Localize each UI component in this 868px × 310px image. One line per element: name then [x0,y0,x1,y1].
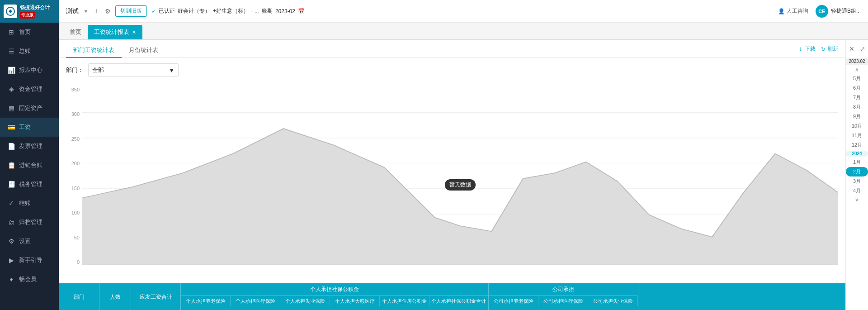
th-total-salary: 应发工资合计 [131,283,181,310]
sidebar-label-checkout: 结账 [19,199,31,207]
sidebar-item-ledger[interactable]: ☰ 总账 [0,42,59,61]
download-button[interactable]: ⤓ 下载 [798,45,816,53]
y-label-50: 50 [74,235,80,240]
period-label: 账期 [262,7,273,15]
topbar-status: ✓ 已认证 好会计（专） +好生意（标） +... 账期 2023-02 📅 [151,7,305,15]
tab-home[interactable]: 首页 [63,25,88,39]
table-header: 部门 人数 应发工资合计 个人承担社保公积金 个人承担养老保险 个人承担医疗保险 [59,283,845,310]
tab-salary-label: 工资统计报表 [94,28,129,36]
date-down-button[interactable]: ∨ [854,196,860,204]
sidebar-item-salary[interactable]: 💳 工资 [0,118,59,137]
panel-expand-button[interactable]: ⤢ [858,43,867,54]
panel-close-button[interactable]: ✕ [847,43,856,54]
topbar-add-button[interactable]: ＋ [93,6,100,16]
sidebar-item-assets[interactable]: ▦ 固定资产 [0,99,59,118]
date-month-8[interactable]: 8月 [846,102,868,112]
dept-select-value: 全部 [92,66,104,74]
sidebar-label-settings: 设置 [19,237,31,245]
ledger-icon: ☰ [7,48,15,55]
th-personal-unemployment: 个人承担失业保险 [280,296,330,306]
sidebar-item-invoice[interactable]: 📄 发票管理 [0,137,59,156]
calendar-icon[interactable]: 📅 [298,8,305,14]
th-group-personal-subs: 个人承担养老保险 个人承担医疗保险 个人承担失业保险 个人承担大额医疗 个人承担… [181,296,488,306]
current-year-label[interactable]: 2023.02 [846,58,868,65]
subtab-monthly[interactable]: 月份统计表 [122,43,165,58]
assets-icon: ▦ [7,105,15,112]
dept-select[interactable]: 全部 ▼ [88,63,179,77]
tab-salary-report[interactable]: 工资统计报表 ✕ [88,25,142,39]
user-avatar: CE [816,5,828,18]
date-month-6[interactable]: 6月 [846,83,868,93]
subtab-dept[interactable]: 部门工资统计表 [66,43,122,58]
sidebar-label-home: 首页 [19,28,31,36]
sidebar-label-sales: 进销台账 [19,161,42,169]
sidebar-item-sales[interactable]: 📋 进销台账 [0,156,59,175]
accounting-label: 好会计（专） [178,7,210,15]
user-menu[interactable]: CE 轻捷通B组... [816,5,861,18]
vip-icon: ♦ [7,276,15,283]
date-month-7[interactable]: 7月 [846,93,868,102]
tab-close-icon[interactable]: ✕ [132,29,136,35]
sales-icon: 📋 [7,162,15,169]
date-month-11[interactable]: 11月 [846,131,868,140]
switch-version-button[interactable]: 切到旧版 [115,5,147,17]
refresh-button[interactable]: ↻ 刷新 [821,45,838,53]
sidebar-nav: ⊞ 首页 ☰ 总账 📊 报表中心 ◈ 资金管理 ▦ 固定资产 💳 工资 📄 发票… [0,23,59,310]
funds-icon: ◈ [7,86,15,93]
sidebar-item-vip[interactable]: ♦ 畅会员 [0,270,59,289]
help-button[interactable]: 👤 人工咨询 [778,7,808,15]
more-label: +... [251,8,259,14]
y-label-100: 100 [71,210,80,215]
topbar-title: 测试 [66,7,79,15]
date-month-4-2024[interactable]: 4月 [846,186,868,196]
sidebar-item-guide[interactable]: ▶ 新手引导 [0,251,59,270]
y-label-300: 300 [71,111,80,117]
archive-icon: 🗂 [7,219,15,226]
app-name: 畅捷通好会计 [20,4,50,11]
sidebar-item-archive[interactable]: 🗂 归档管理 [0,213,59,232]
chart-wrap: 350 300 250 200 150 100 50 0 [66,87,838,278]
date-up-button[interactable]: ∧ [854,66,860,74]
help-icon: 👤 [778,8,785,14]
topbar-settings-icon[interactable]: ⚙ [105,8,111,15]
sidebar-label-salary: 工资 [19,123,31,131]
sidebar-label-guide: 新手引导 [19,256,42,264]
topbar-dropdown-arrow[interactable]: ▼ [83,8,89,14]
sidebar-item-tax[interactable]: 🧾 税务管理 [0,175,59,194]
sidebar-item-checkout[interactable]: ✓ 结账 [0,194,59,213]
sidebar-label-assets: 固定资产 [19,104,42,112]
tab-home-label: 首页 [70,28,81,36]
th-personal-housing-fund: 个人承担住房公积金 [380,296,429,306]
sidebar-item-home[interactable]: ⊞ 首页 [0,23,59,42]
refresh-icon: ↻ [821,46,826,52]
guide-icon: ▶ [7,257,15,264]
date-month-12[interactable]: 12月 [846,140,868,150]
th-group-company-subs: 公司承担养老保险 公司承担医疗保险 公司承担失业保险 [489,296,638,306]
year-2024-label: 2024 [846,151,868,157]
sidebar-item-reports[interactable]: 📊 报表中心 [0,61,59,80]
y-label-250: 250 [71,136,80,142]
invoice-icon: 📄 [7,143,15,150]
th-group-personal: 个人承担社保公积金 个人承担养老保险 个人承担医疗保险 个人承担失业保险 个人承… [181,283,489,310]
sidebar-item-settings[interactable]: ⚙ 设置 [0,232,59,251]
chart-svg-area: 暂无数据 [82,87,838,265]
sidebar-label-ledger: 总账 [19,47,31,55]
th-personal-pension: 个人承担养老保险 [181,296,231,306]
logo-icon [4,5,17,18]
date-month-9[interactable]: 9月 [846,112,868,121]
date-month-2-2024[interactable]: 2月 [846,167,868,176]
chart-container: 350 300 250 200 150 100 50 0 [59,82,845,283]
th-personal-major-medical: 个人承担大额医疗 [330,296,380,306]
username: 轻捷通B组... [831,7,861,15]
sidebar-label-funds: 资金管理 [19,85,42,93]
date-month-1-2024[interactable]: 1月 [846,157,868,167]
subtabs: 部门工资统计表 月份统计表 ⤓ 下载 ↻ 刷新 [59,40,845,58]
date-month-5[interactable]: 5月 [846,74,868,83]
date-month-10[interactable]: 10月 [846,121,868,131]
th-personal-total: 个人承担社保公积金合计 [429,296,488,306]
date-navigator: 2023.02 ∧ 5月 6月 7月 8月 9月 10月 11月 12月 202… [846,58,868,204]
subtab-actions: ⤓ 下载 ↻ 刷新 [798,45,838,56]
date-month-3-2024[interactable]: 3月 [846,176,868,186]
chart-tooltip: 暂无数据 [445,179,476,191]
sidebar-item-funds[interactable]: ◈ 资金管理 [0,80,59,99]
